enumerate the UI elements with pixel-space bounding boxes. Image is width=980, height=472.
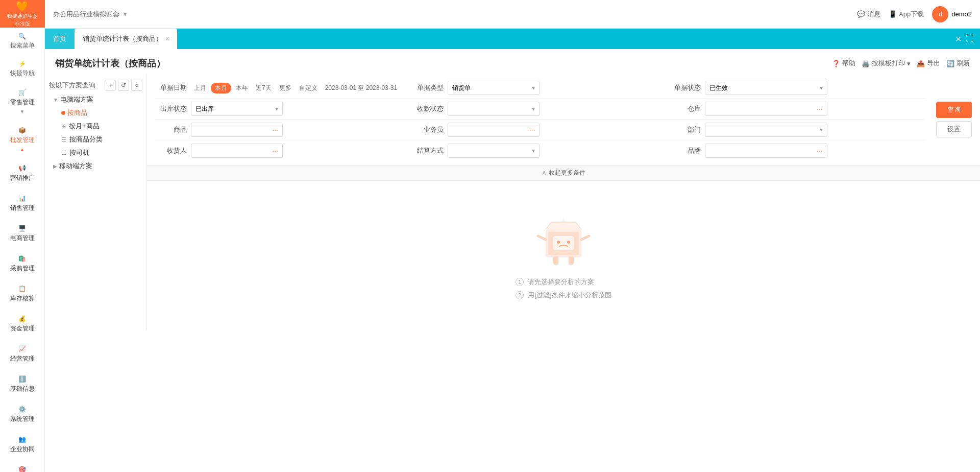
date-tab-7days[interactable]: 近7天 xyxy=(253,83,275,93)
out-select[interactable]: 已出库 ▾ xyxy=(191,102,283,116)
panel-refresh-btn[interactable]: ↺ xyxy=(118,80,129,91)
tree-item-by-goods[interactable]: 按商品 xyxy=(45,106,146,120)
help-icon: ❓ xyxy=(832,60,840,67)
collab-icon: 👥 xyxy=(18,436,26,443)
sidebar-item-system[interactable]: ⚙️ 系统管理 xyxy=(0,399,44,430)
tab-close-btn[interactable]: × xyxy=(165,35,169,42)
tip-text-1: 请先选择要分析的方案 xyxy=(528,277,594,287)
settings-btn[interactable]: 设置 xyxy=(936,121,972,137)
sidebar-item-base-info[interactable]: ℹ️ 基础信息 xyxy=(0,369,44,399)
svg-rect-2 xyxy=(553,236,574,250)
date-tab-more[interactable]: 更多 xyxy=(276,83,295,93)
message-btn[interactable]: 💬 消息 xyxy=(857,10,880,19)
sidebar-quicknav[interactable]: ⚡ 快捷导航 xyxy=(0,55,44,83)
filter-col-goods: 商品 ··· xyxy=(155,123,412,137)
help-btn[interactable]: ❓ 帮助 xyxy=(832,59,855,68)
sidebar-search[interactable]: 🔍 搜索菜单 xyxy=(0,28,44,55)
panel-add-btn[interactable]: + xyxy=(105,80,116,91)
date-tab-custom[interactable]: 自定义 xyxy=(296,83,321,93)
filter-col-receiver: 收货人 ··· xyxy=(155,144,412,158)
tree-item-month-goods[interactable]: ⊞ 按月+商品 xyxy=(45,120,146,133)
workspace-title[interactable]: 办公用品行业模拟账套 ▾ xyxy=(53,10,851,19)
tree-group-mobile[interactable]: ▶ 移动端方案 xyxy=(45,159,146,173)
sidebar-item-sales[interactable]: 📊 销售管理 xyxy=(0,188,44,219)
topbar-actions: 💬 消息 📱 App下载 d demo2 xyxy=(857,6,972,22)
sidebar-wholesale-label: 批发管理 xyxy=(10,136,35,145)
sidebar-item-finance[interactable]: 💰 资金管理 xyxy=(0,309,44,339)
tree-item-goods-category[interactable]: ☰ 按商品分类 xyxy=(45,133,146,146)
staff-input[interactable]: ··· xyxy=(448,123,540,137)
empty-illustration xyxy=(533,211,594,269)
print-chevron: ▾ xyxy=(907,60,911,67)
tab-expand-btn[interactable]: ⛶ xyxy=(966,34,974,43)
brand-input[interactable]: ··· xyxy=(705,144,827,158)
sidebar-item-wholesale[interactable]: 📦 批发管理 ▲ xyxy=(0,121,44,158)
print-btn[interactable]: 🖨️ 按模板打印 ▾ xyxy=(862,59,911,68)
filter-col-dept: 部门 ▾ xyxy=(669,123,926,137)
export-btn[interactable]: 📤 导出 xyxy=(917,59,940,68)
warehouse-label: 仓库 xyxy=(669,104,705,113)
sidebar-item-marketing[interactable]: 📢 营销推广 xyxy=(0,158,44,188)
collapse-bar[interactable]: ∧ 收起更多条件 xyxy=(147,166,980,181)
grid-icon: ⊞ xyxy=(61,123,66,130)
payment-label: 结算方式 xyxy=(412,146,448,155)
panel-collapse-btn[interactable]: « xyxy=(131,80,142,91)
tab-close-window-btn[interactable]: ✕ xyxy=(955,34,962,44)
avatar: d xyxy=(932,6,948,22)
empty-tip-1: 1 请先选择要分析的方案 xyxy=(516,277,594,287)
dept-label: 部门 xyxy=(669,125,705,134)
sidebar-item-inventory[interactable]: 📋 库存核算 xyxy=(0,279,44,309)
wholesale-icon: 📦 xyxy=(18,127,26,134)
sidebar-item-collab[interactable]: 👥 企业协同 xyxy=(0,430,44,460)
user-profile[interactable]: d demo2 xyxy=(932,6,972,22)
quicknav-icon: ⚡ xyxy=(18,60,26,67)
sidebar-item-guide[interactable]: 🎯 新手引导 xyxy=(0,460,44,472)
date-tab-last-month[interactable]: 上月 xyxy=(191,83,209,93)
tabbar-right: ✕ ⛶ xyxy=(955,34,980,44)
svg-rect-6 xyxy=(569,256,574,265)
svg-point-4 xyxy=(567,241,570,244)
collapse-label: ∧ 收起更多条件 xyxy=(542,169,585,177)
sidebar-item-operations[interactable]: 📈 经营管理 xyxy=(0,339,44,369)
tab-active[interactable]: 销货单统计计表（按商品） × xyxy=(75,29,177,49)
tab-home[interactable]: 首页 xyxy=(45,29,75,49)
filter-col-out: 出库状态 已出库 ▾ xyxy=(155,102,412,116)
tree-group-pc[interactable]: ▼ 电脑端方案 xyxy=(45,93,146,106)
filter-inner: 单据日期 上月 本月 本年 近7天 更多 自定义 2023-03-01 至 20… xyxy=(155,78,926,161)
tab-active-label: 销货单统计计表（按商品） xyxy=(83,34,162,43)
filter-col-warehouse: 仓库 ··· xyxy=(669,102,926,116)
sidebar-item-purchase[interactable]: 🛍️ 采购管理 xyxy=(0,249,44,279)
date-range-display: 2023-03-01 至 2023-03-31 xyxy=(325,84,397,92)
receive-select[interactable]: ▾ xyxy=(448,102,540,116)
tree-item-driver[interactable]: ☰ 按司机 xyxy=(45,146,146,159)
refresh-btn[interactable]: 🔄 刷新 xyxy=(946,59,970,68)
warehouse-input[interactable]: ··· xyxy=(705,102,827,116)
tree-item-driver-label: 按司机 xyxy=(69,148,89,157)
filter-col-date: 单据日期 上月 本月 本年 近7天 更多 自定义 2023-03-01 至 20… xyxy=(155,83,412,93)
query-btn[interactable]: 查询 xyxy=(936,102,972,118)
tree-mobile-expand-icon: ▶ xyxy=(53,163,57,169)
ecommerce-icon: 🖥️ xyxy=(18,225,26,232)
payment-select[interactable]: ▾ xyxy=(448,144,540,158)
receiver-input[interactable]: ··· xyxy=(191,144,283,158)
finance-icon: 💰 xyxy=(18,315,26,322)
date-tabs-group: 上月 本月 本年 近7天 更多 自定义 2023-03-01 至 2023-03… xyxy=(191,83,397,93)
receive-label: 收款状态 xyxy=(412,104,448,113)
app-download-btn[interactable]: 📱 App下载 xyxy=(889,10,924,19)
type-select[interactable]: 销货单 ▾ xyxy=(448,81,540,95)
staff-label: 业务员 xyxy=(412,125,448,134)
date-tab-this-month[interactable]: 本月 xyxy=(211,83,231,93)
search-icon: 🔍 xyxy=(18,33,26,40)
filter-row-2: 出库状态 已出库 ▾ 收款状态 ▾ xyxy=(155,99,926,120)
tip-text-2: 用[过滤]条件来缩小分析范围 xyxy=(528,291,611,300)
download-icon: 📱 xyxy=(889,10,897,18)
sidebar-item-ecommerce[interactable]: 🖥️ 电商管理 xyxy=(0,219,44,249)
goods-input[interactable]: ··· xyxy=(191,123,283,137)
sidebar-item-retail[interactable]: 🛒 零售管理 ▼ xyxy=(0,83,44,121)
sidebar-ecommerce-label: 电商管理 xyxy=(10,234,35,243)
export-label: 导出 xyxy=(927,59,940,68)
dept-select[interactable]: ▾ xyxy=(705,123,827,137)
date-tab-this-year[interactable]: 本年 xyxy=(233,83,251,93)
receiver-dots: ··· xyxy=(272,147,278,155)
status-select[interactable]: 已生效 ▾ xyxy=(705,81,827,95)
